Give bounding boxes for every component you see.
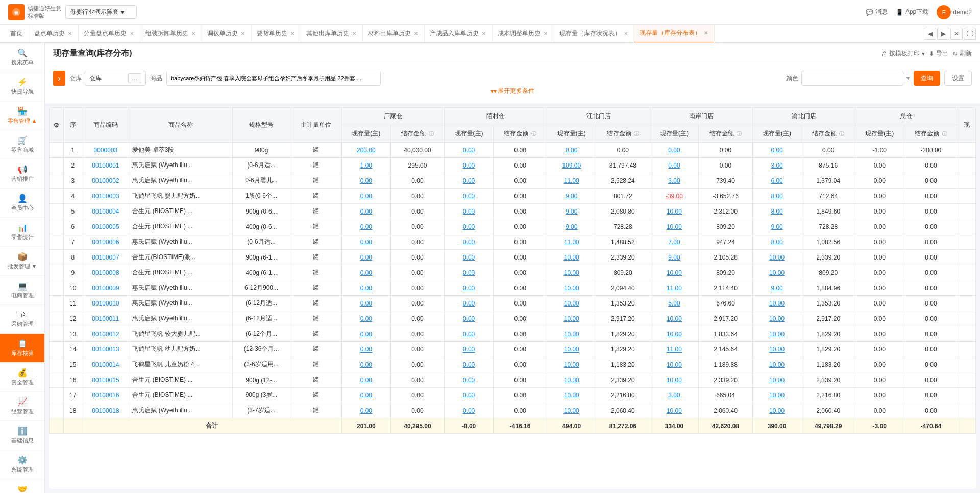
sidebar-item-retail-store[interactable]: 🛒 零售商城 [0,130,44,159]
print-btn[interactable]: 🖨 按模板打印 ▾ [881,49,925,58]
tab-home[interactable]: 首页 [4,25,29,43]
tab-product-in[interactable]: 产成品入库单历史 ✕ [425,25,493,43]
close-icon[interactable]: ✕ [67,30,73,37]
expand-conditions-btn[interactable]: ▾▾ 展开更多条件 [491,87,534,96]
col-code-cell: 00100004 [82,204,129,219]
sidebar-item-retail-mgmt[interactable]: 🏪 零售管理 ▲ [0,101,44,130]
search-btn[interactable]: 查询 [914,71,940,86]
table-wrapper[interactable]: ⚙ 序 商品编码 商品名称 规格型号 主计量单位 厂家仓 陌村仓 江北门店 南岸… [49,107,976,434]
sidebar-item-system[interactable]: ⚙️ 系统管理 [0,450,44,479]
info-icon[interactable]: ⓘ [634,131,639,136]
close-icon[interactable]: ✕ [481,30,487,37]
nav-expand-btn[interactable]: ⛶ [964,28,976,40]
tab-stock-single[interactable]: 盘点单历史 ✕ [29,25,79,43]
col-na-qty: 现存量(主) [650,125,699,143]
table-container: ⚙ 序 商品编码 商品名称 规格型号 主计量单位 厂家仓 陌村仓 江北门店 南岸… [49,107,976,489]
sidebar-item-wholesale[interactable]: 📦 批发管理 ▼ [0,247,44,276]
col-na-amt-cell: 2,060.40 [699,403,753,418]
info-icon[interactable]: ⓘ [429,131,434,136]
info-icon[interactable]: ⓘ [531,131,536,136]
tab-order-req[interactable]: 要货单历史 ✕ [252,25,301,43]
user-area[interactable]: E demo2 [937,5,972,19]
info-icon[interactable]: ⓘ [737,131,742,136]
col-extra-cell [958,143,976,158]
col-yb-qty-cell: 10.00 [752,403,801,418]
warehouse-ellipsis-btn[interactable]: … [128,73,141,83]
sidebar-item-marketing[interactable]: 📢 营销推广 [0,159,44,189]
close-icon[interactable]: ✕ [190,30,197,37]
close-icon[interactable]: ✕ [240,30,246,37]
sidebar-item-enterprise-collab[interactable]: 🤝 企业协同 [0,479,44,493]
close-icon[interactable]: ✕ [543,30,549,37]
close-icon[interactable]: ✕ [703,29,709,37]
col-mc-amt-cell: 0.00 [493,280,547,296]
sidebar-item-finance[interactable]: 💰 资金管理 [0,363,44,392]
nav-close-tab-btn[interactable]: ✕ [950,28,963,40]
col-mc-amt-cell: 0.00 [493,342,547,357]
sidebar-item-purchase[interactable]: 🛍 采购管理 [0,305,44,334]
table-row: 10 00100009 惠氏启赋 (Wyeth illu... 6-12月900… [50,280,976,296]
table-row: 15 00100014 飞鹤星飞帆 儿童奶粉 4... (3-6岁适用... 罐… [50,357,976,372]
col-name-cell: 惠氏启赋 (Wyeth illu... [129,158,233,173]
member-icon: 👤 [2,194,42,203]
tab-other-out[interactable]: 其他出库单历史 ✕ [301,25,363,43]
col-code-cell: 00100010 [82,296,129,311]
col-na-amt-cell: 665.04 [699,388,753,403]
close-icon[interactable]: ✕ [623,30,629,37]
info-icon[interactable]: ⓘ [942,131,947,136]
col-spec-cell: 900g [232,143,290,158]
tab-material-out[interactable]: 材料出库单历史 ✕ [363,25,425,43]
col-total-amt-cell: 0.00 [904,204,958,219]
close-icon[interactable]: ✕ [129,30,135,37]
col-yb-qty-cell: 6.00 [752,173,801,189]
refresh-btn[interactable]: ↻ 刷新 [952,49,972,58]
col-total-qty-cell: 0.00 [855,388,904,403]
warehouse-input[interactable]: 仓库 … [85,71,146,86]
sidebar-item-search[interactable]: 🔍 搜索英单 [0,43,44,72]
tab-combo-split[interactable]: 组装拆卸单历史 ✕ [140,25,202,43]
col-mc-amt-cell: 0.00 [493,265,547,280]
col-total-qty-cell: 0.00 [855,158,904,173]
goods-value-display[interactable] [166,71,381,86]
table-row: 7 00100006 惠氏启赋 (Wyeth illu... (0-6月适...… [50,234,976,250]
footer-mc-qty: -8.00 [445,418,494,434]
settings-btn[interactable]: 设置 [944,71,972,86]
close-icon[interactable]: ✕ [351,30,357,37]
close-icon[interactable]: ✕ [289,30,296,37]
tab-stock-dist[interactable]: 现存量（库存分布表） ✕ [634,25,715,43]
info-icon[interactable]: ⓘ [839,131,844,136]
inventory-icon: 📋 [2,339,42,348]
wholesale-icon: 📦 [2,252,42,262]
col-na-amt-cell: 2,312.00 [699,204,753,219]
col-total-amt-cell: -200.00 [904,143,958,158]
sidebar-item-basic-info[interactable]: ℹ️ 基础信息 [0,421,44,450]
nav-left-btn[interactable]: ◀ [924,28,936,40]
col-settings-cell [50,296,64,311]
col-total-qty-cell: 0.00 [855,280,904,296]
sidebar-item-ecommerce[interactable]: 💻 电商管理 [0,276,44,305]
col-seq-cell: 13 [64,326,82,342]
close-icon[interactable]: ✕ [413,30,419,37]
sidebar-item-member[interactable]: 👤 会员中心 [0,189,44,218]
sidebar-item-retail-stats[interactable]: 📊 零售统计 [0,218,44,247]
col-code-cell: 00100009 [82,280,129,296]
color-input[interactable] [801,71,903,86]
store-selector[interactable]: 母婴行业演示陈套 ▾ [65,5,137,19]
sidebar-item-quick-nav[interactable]: ⚡ 快捷导航 [0,72,44,101]
tab-stock-status[interactable]: 现存量（库存状况表） ✕ [554,25,634,43]
export-btn[interactable]: ⬇ 导出 [929,49,948,58]
tab-transfer[interactable]: 调拨单历史 ✕ [202,25,252,43]
sidebar-item-operation[interactable]: 📈 经营管理 [0,392,44,421]
tab-stock-branch[interactable]: 分量盘点单历史 ✕ [79,25,140,43]
expand-arrow-btn[interactable]: › [53,71,65,86]
col-yb-amt-cell: 2,917.20 [801,311,855,326]
nav-right-btn[interactable]: ▶ [937,28,949,40]
message-btn[interactable]: 💬 消息 [866,8,888,16]
col-jb-qty-cell: 109.00 [547,158,596,173]
col-fj-amt-cell: 0.00 [390,311,445,326]
tab-cost-adjust[interactable]: 成本调整单历史 ✕ [493,25,554,43]
app-download-btn[interactable]: 📱 App下载 [896,8,928,16]
col-yb-qty-cell: 9.00 [752,219,801,234]
sidebar-item-inventory[interactable]: 📋 库存核算 [0,334,44,363]
col-jb-amt-cell: 31,797.48 [596,158,650,173]
